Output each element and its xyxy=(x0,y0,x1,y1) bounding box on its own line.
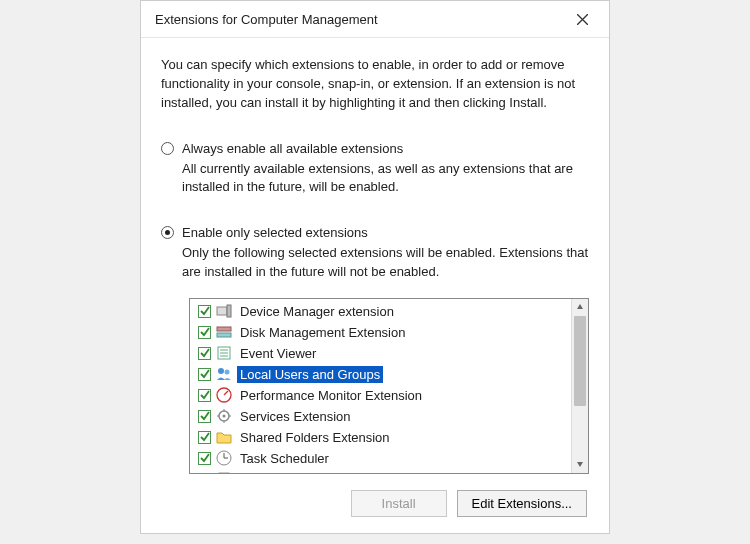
radio-selected-label: Enable only selected extensions xyxy=(182,225,368,240)
svg-line-13 xyxy=(224,391,228,395)
list-item[interactable]: Local Users and Groups xyxy=(194,364,588,385)
performance-icon xyxy=(216,387,232,403)
scroll-thumb[interactable] xyxy=(574,316,586,406)
button-row: Install Edit Extensions... xyxy=(161,490,589,517)
checkbox[interactable] xyxy=(198,368,211,381)
radio-option-all[interactable]: Always enable all available extensions A… xyxy=(161,141,589,198)
checkbox[interactable] xyxy=(198,305,211,318)
checkbox[interactable] xyxy=(198,452,211,465)
svg-rect-4 xyxy=(217,327,231,331)
checkbox[interactable] xyxy=(198,326,211,339)
wmi-icon xyxy=(216,471,232,474)
svg-marker-25 xyxy=(577,304,583,309)
scroll-up[interactable] xyxy=(572,299,588,316)
shared-folders-icon xyxy=(216,429,232,445)
list-item[interactable]: Shared Folders Extension xyxy=(194,427,588,448)
extensions-dialog: Extensions for Computer Management You c… xyxy=(140,0,610,534)
radio-all-desc: All currently available extensions, as w… xyxy=(182,160,589,198)
list-item[interactable]: Task Scheduler xyxy=(194,448,588,469)
extensions-list: Device Manager extensionDisk Management … xyxy=(190,299,588,474)
list-item-label: Local Users and Groups xyxy=(237,366,383,383)
svg-point-11 xyxy=(225,370,230,375)
checkbox[interactable] xyxy=(198,473,211,474)
edit-extensions-button[interactable]: Edit Extensions... xyxy=(457,490,587,517)
install-button[interactable]: Install xyxy=(351,490,447,517)
scroll-down[interactable] xyxy=(572,456,588,473)
svg-rect-24 xyxy=(219,473,229,474)
users-groups-icon xyxy=(216,366,232,382)
svg-marker-26 xyxy=(577,462,583,467)
list-item[interactable]: Services Extension xyxy=(194,406,588,427)
list-item[interactable]: Device Manager extension xyxy=(194,301,588,322)
titlebar: Extensions for Computer Management xyxy=(141,1,609,38)
close-button[interactable] xyxy=(567,7,597,31)
extensions-listbox[interactable]: Device Manager extensionDisk Management … xyxy=(189,298,589,474)
list-item-label: Event Viewer xyxy=(237,345,319,362)
list-item-label: Task Scheduler xyxy=(237,450,332,467)
scrollbar[interactable] xyxy=(571,299,588,473)
svg-point-10 xyxy=(218,368,224,374)
svg-point-15 xyxy=(223,415,226,418)
radio-all[interactable] xyxy=(161,142,174,155)
checkbox[interactable] xyxy=(198,389,211,402)
list-item-label: Device Manager extension xyxy=(237,303,397,320)
list-item[interactable]: Event Viewer xyxy=(194,343,588,364)
disk-management-icon xyxy=(216,324,232,340)
radio-selected-desc: Only the following selected extensions w… xyxy=(182,244,589,282)
task-scheduler-icon xyxy=(216,450,232,466)
dialog-content: You can specify which extensions to enab… xyxy=(141,38,609,533)
radio-selected[interactable] xyxy=(161,226,174,239)
device-manager-icon xyxy=(216,303,232,319)
list-item[interactable]: Disk Management Extension xyxy=(194,322,588,343)
list-item-label: Performance Monitor Extension xyxy=(237,387,425,404)
event-viewer-icon xyxy=(216,345,232,361)
dialog-title: Extensions for Computer Management xyxy=(155,12,378,27)
checkbox[interactable] xyxy=(198,347,211,360)
svg-rect-3 xyxy=(227,305,231,317)
list-item[interactable]: Performance Monitor Extension xyxy=(194,385,588,406)
close-icon xyxy=(577,14,588,25)
list-item-label: Services Extension xyxy=(237,408,354,425)
list-item-label: WMI Control xyxy=(237,471,315,474)
checkbox[interactable] xyxy=(198,431,211,444)
checkbox[interactable] xyxy=(198,410,211,423)
services-icon xyxy=(216,408,232,424)
svg-rect-2 xyxy=(217,307,227,315)
svg-rect-5 xyxy=(217,333,231,337)
radio-all-label: Always enable all available extensions xyxy=(182,141,403,156)
list-item-label: Disk Management Extension xyxy=(237,324,408,341)
list-item[interactable]: WMI Control xyxy=(194,469,588,474)
intro-text: You can specify which extensions to enab… xyxy=(161,56,589,113)
radio-option-selected[interactable]: Enable only selected extensions Only the… xyxy=(161,225,589,282)
list-item-label: Shared Folders Extension xyxy=(237,429,393,446)
